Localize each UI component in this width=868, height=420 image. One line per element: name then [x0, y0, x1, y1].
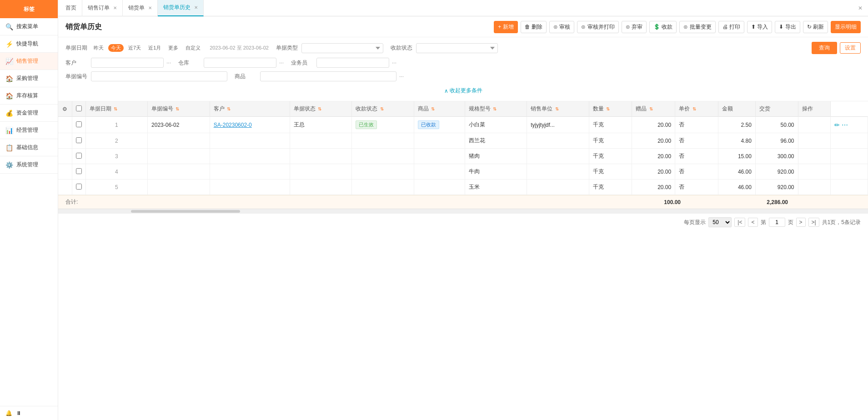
customer-select-icon[interactable]: ··· [166, 60, 171, 66]
tab-close-sales-history[interactable]: ✕ [194, 5, 198, 10]
sidebar-item-capital-mgmt[interactable]: 💰 资金管理 [0, 105, 58, 122]
audit-print-button[interactable]: ⊙ 审核并打印 [577, 21, 618, 33]
row-amount-4: 920.00 [755, 180, 798, 195]
warehouse-input[interactable] [204, 58, 276, 68]
sidebar-item-operations-mgmt[interactable]: 📊 经营管理 [0, 122, 58, 139]
per-page-label: 每页显示 [684, 219, 706, 226]
sidebar-item-sales-mgmt[interactable]: 📈 销售管理 [0, 53, 58, 70]
tab-home[interactable]: 首页 [60, 0, 82, 16]
warehouse-label: 仓库 [178, 59, 201, 67]
sort-icon-date: ⇅ [114, 106, 117, 111]
row-doc-no-0[interactable]: SA-20230602-0 [210, 117, 290, 133]
row-checkbox-2[interactable] [72, 149, 85, 164]
page-last-button[interactable]: >| [808, 218, 819, 227]
row-select-2[interactable] [76, 153, 82, 159]
row-select-1[interactable] [76, 137, 82, 143]
page-next-button[interactable]: > [796, 218, 806, 227]
row-gift-3: 否 [675, 164, 718, 180]
th-customer[interactable]: 客户 ⇅ [210, 101, 290, 117]
row-checkbox-1[interactable] [72, 133, 85, 149]
th-date[interactable]: 单据日期 ⇅ [85, 101, 148, 117]
th-checkbox[interactable] [72, 101, 85, 117]
audit-button[interactable]: ⊙ 审核 [549, 21, 574, 33]
row-customer-0: 王总 [290, 117, 352, 133]
date-tag-yesterday[interactable]: 昨天 [91, 44, 106, 52]
show-detail-button[interactable]: 显示明细 [831, 21, 861, 33]
row-checkbox-0[interactable] [72, 117, 85, 133]
query-button[interactable]: 查询 [812, 42, 837, 54]
th-gear[interactable]: ⚙ [58, 101, 72, 117]
delete-button[interactable]: 🗑 删除 [521, 21, 547, 33]
tab-close-sales-order[interactable]: ✕ [113, 5, 117, 10]
sidebar-item-search-menu[interactable]: 🔍 搜索菜单 [0, 18, 58, 35]
refresh-button[interactable]: ↻ 刷新 [803, 21, 828, 33]
collect-button[interactable]: 💲 收款 [649, 21, 677, 33]
sort-icon-doc-no: ⇅ [176, 106, 179, 111]
row-gear-1 [58, 133, 72, 149]
th-unit[interactable]: 销售单位 ⇅ [527, 101, 589, 117]
batch-change-button[interactable]: ⊙ 批量变更 [679, 21, 715, 33]
tab-close-all[interactable]: ✕ [858, 5, 866, 11]
setup-button[interactable]: 设置 [840, 42, 861, 54]
select-all-checkbox[interactable] [76, 105, 82, 111]
row-checkbox-4[interactable] [72, 180, 85, 195]
row-select-4[interactable] [76, 184, 82, 190]
pause-icon[interactable]: ⏸ [16, 410, 21, 416]
sidebar-item-purchase-mgmt[interactable]: 🏠 采购管理 [0, 70, 58, 87]
export-button[interactable]: ⬇ 导出 [775, 21, 800, 33]
sidebar-item-inventory-calc[interactable]: 🏠 库存核算 [0, 87, 58, 105]
row-ops-2 [830, 149, 868, 164]
new-button[interactable]: + 新增 [494, 21, 517, 33]
row-spec-1 [527, 133, 589, 149]
th-doc-no[interactable]: 单据编号 ⇅ [148, 101, 210, 117]
import-button[interactable]: ⬆ 导入 [747, 21, 772, 33]
doc-type-select[interactable] [301, 43, 383, 53]
date-tag-today[interactable]: 今天 [108, 44, 124, 52]
row-num-4: 5 [85, 180, 148, 195]
agent-select-icon[interactable]: ··· [392, 60, 396, 66]
product-input[interactable] [260, 71, 396, 81]
date-tag-more[interactable]: 更多 [166, 44, 181, 52]
customer-input[interactable] [91, 58, 164, 68]
date-tag-custom[interactable]: 自定义 [183, 44, 203, 52]
notification-icon[interactable]: 🔔 [5, 410, 12, 416]
row-select-3[interactable] [76, 168, 82, 174]
page-number-input[interactable] [769, 218, 785, 227]
print-button[interactable]: 🖨 打印 [718, 21, 744, 33]
th-spec[interactable]: 规格型号 ⇅ [465, 101, 527, 117]
sidebar-item-system-mgmt[interactable]: ⚙️ 系统管理 [0, 156, 58, 174]
tab-sales-history[interactable]: 销货单历史 ✕ [158, 0, 204, 16]
th-payment-status[interactable]: 收款状态 ⇅ [352, 101, 414, 117]
date-tag-7days[interactable]: 近7天 [125, 44, 144, 52]
agent-input[interactable] [316, 58, 389, 68]
sidebar-item-base-info[interactable]: 📋 基础信息 [0, 139, 58, 156]
edit-icon-0[interactable]: ✏ [834, 121, 840, 129]
doc-no-input[interactable] [91, 71, 227, 81]
th-qty[interactable]: 数量 ⇅ [589, 101, 632, 117]
row-unit-2: 千克 [589, 149, 632, 164]
row-select-0[interactable] [76, 121, 82, 127]
th-product[interactable]: 商品 ⇅ [414, 101, 465, 117]
page-prev-button[interactable]: < [748, 218, 758, 227]
row-gear-0 [58, 117, 72, 133]
th-gift[interactable]: 赠品 ⇅ [632, 101, 675, 117]
horizontal-scrollbar[interactable] [58, 209, 868, 213]
tab-sales-delivery[interactable]: 销货单 ✕ [123, 0, 158, 16]
product-select-icon[interactable]: ··· [399, 73, 404, 80]
tab-close-sales-delivery[interactable]: ✕ [148, 5, 152, 10]
doc-no-link-0[interactable]: SA-20230602-0 [214, 122, 252, 128]
more-ops-icon-0[interactable]: ⋯ [842, 121, 848, 129]
row-checkbox-3[interactable] [72, 164, 85, 180]
scrollbar-thumb[interactable] [131, 210, 240, 213]
th-doc-status[interactable]: 单据状态 ⇅ [290, 101, 352, 117]
abandon-button[interactable]: ⊙ 弃审 [622, 21, 647, 33]
th-price[interactable]: 单价 ⇅ [675, 101, 718, 117]
per-page-select[interactable]: 50 100 200 [708, 217, 732, 227]
page-first-button[interactable]: |< [734, 218, 745, 227]
warehouse-select-icon[interactable]: ··· [279, 60, 284, 66]
tab-sales-order[interactable]: 销售订单 ✕ [82, 0, 123, 16]
sidebar-item-quick-nav[interactable]: ⚡ 快捷导航 [0, 35, 58, 53]
collapse-button[interactable]: ∧ 收起更多条件 [442, 85, 484, 96]
payment-status-select[interactable] [416, 43, 498, 53]
date-tag-1month[interactable]: 近1月 [146, 44, 164, 52]
